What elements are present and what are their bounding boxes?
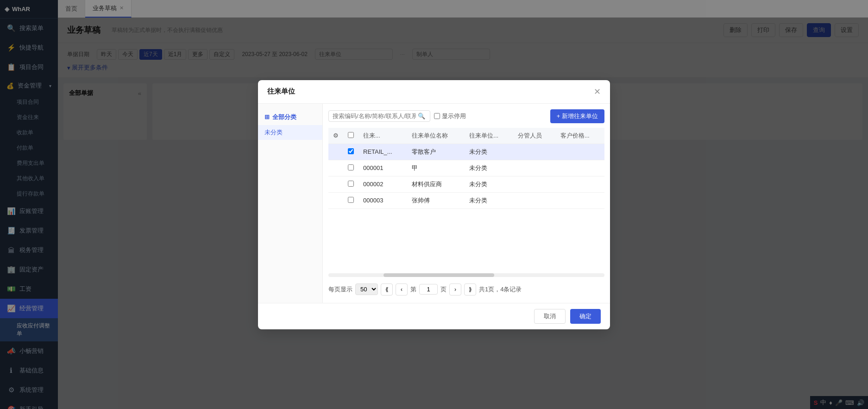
row-category: 未分类 [465, 144, 513, 160]
prev-page-button[interactable]: ‹ [396, 283, 408, 296]
modal-title: 往来单位 [267, 87, 295, 96]
table-row[interactable]: RETAIL_... 零散客户 未分类 [328, 144, 604, 160]
table-row[interactable]: 000001 甲 未分类 [328, 160, 604, 176]
pagination: 每页显示 50 ⟪ ‹ 第 页 › ⟫ 共1页，4条记录 [328, 279, 604, 297]
horizontal-scrollbar[interactable] [328, 273, 604, 277]
row-price [556, 144, 604, 160]
table-row[interactable]: 000002 材料供应商 未分类 [328, 176, 604, 192]
next-page-button[interactable]: › [449, 283, 461, 296]
modal-close-button[interactable]: ✕ [594, 87, 601, 97]
row-check[interactable] [343, 192, 359, 208]
partner-table-scroll[interactable]: ⚙ 往来... 往来单位名称 往来单位... 分管人员 客户价格... [328, 128, 604, 271]
row-category: 未分类 [465, 160, 513, 176]
row-code: RETAIL_... [359, 144, 407, 160]
col-check [343, 128, 359, 144]
col-settings: ⚙ [328, 128, 343, 144]
all-categories-item[interactable]: ⊞ 全部分类 [258, 109, 322, 125]
last-page-button[interactable]: ⟫ [464, 283, 476, 296]
table-body: RETAIL_... 零散客户 未分类 000001 甲 未分 [328, 144, 604, 208]
col-category: 往来单位... [465, 128, 513, 144]
category-uncategorized[interactable]: 未分类 [258, 125, 322, 140]
row-category: 未分类 [465, 176, 513, 192]
partner-table: ⚙ 往来... 往来单位名称 往来单位... 分管人员 客户价格... [328, 128, 604, 209]
total-info-label: 共1页，4条记录 [479, 285, 522, 294]
row-name: 零散客户 [407, 144, 465, 160]
row-manager [513, 144, 555, 160]
first-page-button[interactable]: ⟪ [381, 283, 393, 296]
page-unit-label: 页 [440, 285, 447, 294]
col-manager: 分管人员 [513, 128, 555, 144]
add-partner-button[interactable]: + 新增往来单位 [550, 109, 604, 123]
category-uncategorized-label: 未分类 [264, 129, 283, 136]
row-code: 000002 [359, 176, 407, 192]
row-code: 000003 [359, 192, 407, 208]
table-row[interactable]: 000003 张帅傅 未分类 [328, 192, 604, 208]
modal-footer: 取消 确定 [258, 303, 610, 329]
col-code: 往来... [359, 128, 407, 144]
row-check[interactable] [343, 160, 359, 176]
row-manager [513, 176, 555, 192]
show-disabled-checkbox[interactable] [434, 113, 440, 119]
page-number-input[interactable] [419, 284, 438, 295]
grid-icon: ⊞ [264, 113, 270, 120]
per-page-select[interactable]: 50 [355, 283, 378, 295]
check-all[interactable] [348, 132, 354, 138]
per-page-label: 每页显示 [328, 285, 352, 294]
show-disabled-label: 显示停用 [442, 112, 466, 120]
row-code: 000001 [359, 160, 407, 176]
table-header: ⚙ 往来... 往来单位名称 往来单位... 分管人员 客户价格... [328, 128, 604, 144]
category-all-label: 全部分类 [272, 113, 296, 121]
partner-modal: 往来单位 ✕ ⊞ 全部分类 未分类 🔍 显示停用 [258, 80, 610, 329]
table-panel: 🔍 显示停用 + 新增往来单位 ⚙ 往来... 往来单位名称 [323, 104, 610, 303]
row-name: 甲 [407, 160, 465, 176]
search-icon[interactable]: 🔍 [418, 113, 425, 120]
category-panel: ⊞ 全部分类 未分类 [258, 104, 323, 303]
row-settings [328, 160, 343, 176]
row-price [556, 160, 604, 176]
header-row: ⚙ 往来... 往来单位名称 往来单位... 分管人员 客户价格... [328, 128, 604, 144]
partner-search-input[interactable] [333, 113, 416, 120]
row-settings [328, 176, 343, 192]
row-category: 未分类 [465, 192, 513, 208]
modal-header: 往来单位 ✕ [258, 80, 610, 104]
row-price [556, 176, 604, 192]
row-check[interactable] [343, 176, 359, 192]
col-price: 客户价格... [556, 128, 604, 144]
scrollbar-thumb [384, 273, 494, 277]
row-settings [328, 144, 343, 160]
confirm-button[interactable]: 确定 [570, 309, 601, 324]
modal-toolbar: 🔍 显示停用 + 新增往来单位 [328, 109, 604, 123]
search-box: 🔍 [328, 110, 430, 122]
row-settings [328, 192, 343, 208]
modal-body: ⊞ 全部分类 未分类 🔍 显示停用 + 新增往来单位 [258, 104, 610, 303]
row-manager [513, 160, 555, 176]
cancel-button[interactable]: 取消 [534, 309, 566, 324]
show-disabled-toggle[interactable]: 显示停用 [434, 112, 466, 120]
row-manager [513, 192, 555, 208]
page-label: 第 [410, 285, 416, 294]
row-check[interactable] [343, 144, 359, 160]
row-name: 材料供应商 [407, 176, 465, 192]
row-name: 张帅傅 [407, 192, 465, 208]
row-price [556, 192, 604, 208]
col-name: 往来单位名称 [407, 128, 465, 144]
